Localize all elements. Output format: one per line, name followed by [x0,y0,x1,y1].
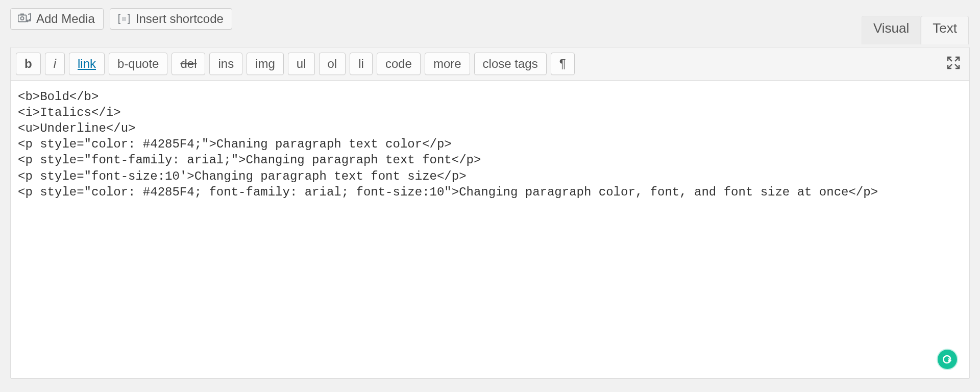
qt-bold-button[interactable]: b [16,53,41,75]
svg-point-4 [29,19,31,21]
grammarly-icon [942,354,953,365]
editor-textarea[interactable]: <b>Bold</b> <i>Italics</i> <u>Underline<… [18,89,962,370]
qt-bquote-button[interactable]: b-quote [109,53,167,75]
insert-shortcode-label: Insert shortcode [136,12,224,26]
svg-rect-5 [122,17,126,21]
qt-paragraph-button[interactable]: ¶ [551,53,575,75]
qt-close-tags-button[interactable]: close tags [474,53,547,75]
tab-visual[interactable]: Visual [862,16,921,44]
qt-link-button[interactable]: link [69,53,105,75]
qt-img-button[interactable]: img [247,53,284,75]
editor-wrapper: Add Media Insert shortcode Visual Text b [0,0,980,379]
svg-point-3 [26,20,29,22]
qt-del-button[interactable]: del [172,53,205,75]
quicktags-toolbar: b i link b-quote del ins img ul ol li co… [11,47,969,81]
camera-music-icon [18,12,31,26]
editor-panel: b i link b-quote del ins img ul ol li co… [10,47,970,379]
add-media-label: Add Media [36,12,95,26]
editor-content-area: <b>Bold</b> <i>Italics</i> <u>Underline<… [11,81,969,378]
fullscreen-icon [946,56,961,71]
insert-shortcode-button[interactable]: Insert shortcode [110,8,232,30]
qt-more-button[interactable]: more [425,53,470,75]
shortcode-icon [117,12,131,26]
qt-ol-button[interactable]: ol [319,53,346,75]
editor-tabs: Visual Text [862,15,969,44]
qt-ins-button[interactable]: ins [209,53,242,75]
tab-text[interactable]: Text [921,16,969,44]
top-left-buttons: Add Media Insert shortcode [10,8,232,30]
svg-point-1 [21,17,24,20]
svg-rect-2 [20,14,24,15]
add-media-button[interactable]: Add Media [10,8,104,30]
qt-italic-button[interactable]: i [45,53,65,75]
top-row: Add Media Insert shortcode Visual Text [10,8,970,44]
qt-code-button[interactable]: code [377,53,421,75]
grammarly-badge[interactable] [938,350,957,369]
qt-li-button[interactable]: li [350,53,373,75]
qt-ul-button[interactable]: ul [288,53,315,75]
svg-rect-0 [18,15,27,22]
fullscreen-button[interactable] [945,55,962,72]
